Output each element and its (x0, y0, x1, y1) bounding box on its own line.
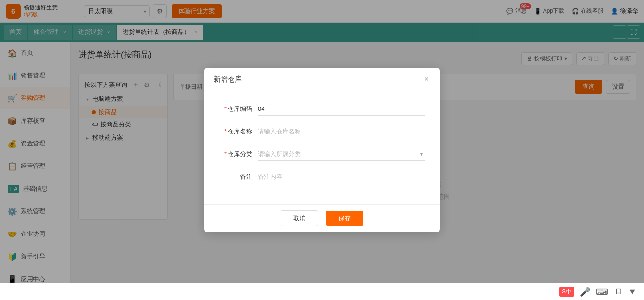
form-row-note: 备注 (219, 170, 425, 183)
mic-icon[interactable]: 🎤 (580, 287, 590, 297)
modal-close-button[interactable]: × (422, 75, 430, 84)
form-row-code: 仓库编码 (219, 102, 425, 116)
category-input[interactable] (258, 148, 425, 161)
bottom-bar: S中 🎤 ⌨ 🖥 ▼ (0, 283, 644, 300)
save-button[interactable]: 保存 (326, 211, 363, 226)
modal-footer: 取消 保存 (204, 204, 440, 232)
cancel-button[interactable]: 取消 (281, 210, 318, 226)
chevron-down-icon[interactable]: ▼ (628, 287, 636, 297)
keyboard-icon[interactable]: ⌨ (596, 287, 608, 297)
note-label: 备注 (219, 173, 252, 181)
add-warehouse-modal: 新增仓库 × 仓库编码 仓库名称 仓库分类 ▾ (204, 68, 440, 232)
screen-icon[interactable]: 🖥 (614, 287, 622, 297)
modal-body: 仓库编码 仓库名称 仓库分类 ▾ 备注 (204, 91, 440, 204)
modal-header: 新增仓库 × (204, 68, 440, 91)
category-select-wrap: ▾ (258, 148, 425, 161)
s-middle-icon[interactable]: S中 (559, 287, 574, 297)
name-label: 仓库名称 (219, 127, 252, 136)
modal-overlay: 新增仓库 × 仓库编码 仓库名称 仓库分类 ▾ (0, 0, 644, 300)
modal-title: 新增仓库 (214, 75, 242, 84)
name-input[interactable] (258, 125, 425, 138)
code-label: 仓库编码 (219, 105, 252, 113)
form-row-name: 仓库名称 (219, 125, 425, 138)
category-label: 仓库分类 (219, 150, 252, 158)
note-input[interactable] (258, 170, 425, 183)
code-input[interactable] (258, 102, 425, 116)
form-row-category: 仓库分类 ▾ (219, 148, 425, 161)
